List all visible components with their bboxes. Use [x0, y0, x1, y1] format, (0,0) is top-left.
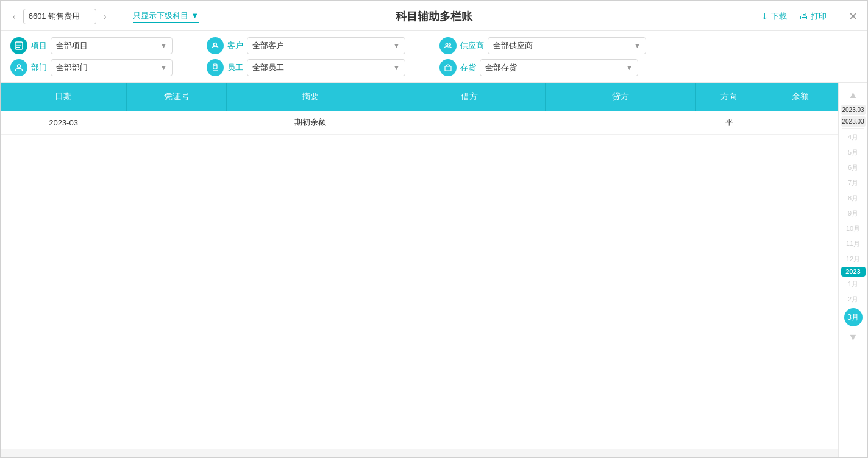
employee-value: 全部员工 — [252, 62, 284, 73]
inventory-value: 全部存货 — [485, 62, 517, 73]
col-header-balance: 余额 — [763, 83, 838, 111]
print-label: 打印 — [811, 11, 827, 22]
project-select[interactable]: 全部项目 ▼ — [51, 37, 173, 54]
title-bar-left: ‹ 6601 销售费用 › 只显示下级科目 ▼ — [10, 9, 199, 24]
supplier-label: 供应商 — [460, 40, 484, 51]
filter-item-supplier: 供应商 全部供应商 ▼ — [439, 37, 646, 54]
col-header-summary: 摘要 — [227, 83, 394, 111]
filter-item-department: 部门 全部部门 ▼ — [10, 59, 173, 76]
employee-select[interactable]: 全部员工 ▼ — [247, 59, 405, 76]
customer-icon — [207, 37, 224, 54]
supplier-arrow-icon: ▼ — [634, 42, 641, 49]
svg-point-5 — [446, 43, 448, 46]
sidebar-month-10[interactable]: 10月 — [841, 221, 866, 236]
svg-point-6 — [449, 44, 451, 46]
show-sub-button[interactable]: 只显示下级科目 ▼ — [133, 10, 199, 23]
download-button[interactable]: ⤓ 下载 — [761, 11, 787, 22]
sidebar-down-arrow[interactable]: ▼ — [845, 329, 862, 346]
employee-arrow-icon: ▼ — [393, 64, 400, 71]
filter-item-inventory: 存货 全部存货 ▼ — [439, 59, 638, 76]
svg-rect-8 — [213, 64, 217, 69]
customer-label: 客户 — [227, 40, 243, 51]
cell-debit — [394, 111, 545, 135]
sidebar-month-4[interactable]: 4月 — [841, 130, 866, 145]
cell-balance — [763, 111, 838, 135]
inventory-select[interactable]: 全部存货 ▼ — [480, 59, 638, 76]
download-label: 下载 — [771, 11, 787, 22]
customer-arrow-icon: ▼ — [393, 42, 400, 49]
close-button[interactable]: ✕ — [848, 10, 858, 23]
col-header-date: 日期 — [1, 83, 126, 111]
sidebar-month-7[interactable]: 7月 — [841, 175, 866, 191]
filter-row-2: 部门 全部部门 ▼ 员工 全部员工 ▼ — [10, 59, 858, 76]
supplier-select[interactable]: 全部供应商 ▼ — [488, 37, 646, 54]
sidebar-month-11[interactable]: 11月 — [841, 236, 866, 252]
department-label: 部门 — [31, 62, 47, 73]
project-arrow-icon: ▼ — [160, 42, 167, 49]
employee-icon — [207, 59, 224, 76]
right-sidebar: ▲ 2023.03 2023.03 4月 5月 6月 7月 8月 9月 10月 … — [838, 83, 867, 457]
col-header-direction: 方向 — [695, 83, 763, 111]
main-content: 日期 凭证号 摘要 借方 贷方 方向 余额 2023-03 期初余额 — [1, 83, 867, 457]
filter-item-customer: 客户 全部客户 ▼ — [207, 37, 405, 54]
employee-label: 员工 — [227, 62, 243, 73]
supplier-value: 全部供应商 — [493, 40, 533, 51]
filter-item-employee: 员工 全部员工 ▼ — [207, 59, 405, 76]
show-sub-arrow-icon: ▼ — [191, 11, 199, 20]
next-nav-button[interactable]: › — [101, 10, 109, 23]
cell-date: 2023-03 — [1, 111, 126, 135]
table-row[interactable]: 2023-03 期初余额 平 — [1, 111, 838, 135]
print-icon: 🖶 — [799, 11, 808, 21]
sidebar-month-8[interactable]: 8月 — [841, 191, 866, 206]
department-arrow-icon: ▼ — [160, 64, 167, 71]
account-code-box[interactable]: 6601 销售费用 — [23, 9, 96, 24]
department-select[interactable]: 全部部门 ▼ — [51, 59, 173, 76]
table-area[interactable]: 日期 凭证号 摘要 借方 贷方 方向 余额 2023-03 期初余额 — [1, 83, 838, 457]
filter-bar: 项目 全部项目 ▼ 客户 全部客户 ▼ — [1, 31, 867, 83]
horizontal-scrollbar[interactable] — [1, 449, 838, 457]
cell-summary: 期初余额 — [227, 111, 394, 135]
page-title: 科目辅助多栏账 — [396, 9, 472, 24]
prev-nav-button[interactable]: ‹ — [10, 10, 18, 23]
sidebar-month-3-active[interactable]: 3月 — [844, 308, 863, 326]
sidebar-month-2023-03-second[interactable]: 2023.03 — [841, 116, 866, 127]
department-value: 全部部门 — [56, 62, 88, 73]
sidebar-month-12[interactable]: 12月 — [841, 252, 866, 267]
cell-credit — [545, 111, 695, 135]
sidebar-year-badge: 2023 — [841, 267, 866, 277]
customer-value: 全部客户 — [252, 40, 284, 51]
sidebar-month-1[interactable]: 1月 — [841, 277, 866, 292]
sidebar-month-5[interactable]: 5月 — [841, 145, 866, 160]
sidebar-up-arrow[interactable]: ▲ — [845, 86, 862, 104]
print-button[interactable]: 🖶 打印 — [799, 11, 827, 22]
customer-select[interactable]: 全部客户 ▼ — [247, 37, 405, 54]
sidebar-month-9[interactable]: 9月 — [841, 206, 866, 221]
filter-item-project: 项目 全部项目 ▼ — [10, 37, 173, 54]
svg-point-7 — [18, 65, 21, 68]
col-header-debit: 借方 — [394, 83, 545, 111]
main-window: ‹ 6601 销售费用 › 只显示下级科目 ▼ 科目辅助多栏账 ⤓ 下载 🖶 打… — [0, 0, 868, 458]
supplier-icon — [439, 37, 457, 54]
project-icon — [10, 37, 27, 54]
inventory-icon — [439, 59, 457, 76]
cell-direction: 平 — [695, 111, 763, 135]
project-label: 项目 — [31, 40, 47, 51]
title-bar: ‹ 6601 销售费用 › 只显示下级科目 ▼ 科目辅助多栏账 ⤓ 下载 🖶 打… — [1, 1, 867, 31]
inventory-arrow-icon: ▼ — [626, 64, 633, 71]
sidebar-month-6[interactable]: 6月 — [841, 160, 866, 175]
col-header-voucher: 凭证号 — [126, 83, 227, 111]
download-icon: ⤓ — [761, 11, 769, 22]
inventory-label: 存货 — [460, 62, 476, 73]
sidebar-month-2023-03-top[interactable]: 2023.03 — [841, 105, 866, 115]
cell-voucher — [126, 111, 227, 135]
sidebar-month-2[interactable]: 2月 — [841, 292, 866, 307]
show-sub-label: 只显示下级科目 — [133, 10, 188, 21]
ledger-table: 日期 凭证号 摘要 借方 贷方 方向 余额 2023-03 期初余额 — [1, 83, 838, 135]
filter-row-1: 项目 全部项目 ▼ 客户 全部客户 ▼ — [10, 37, 858, 54]
col-header-credit: 贷方 — [545, 83, 695, 111]
department-icon — [10, 59, 27, 76]
title-bar-right: ⤓ 下载 🖶 打印 ✕ — [761, 10, 858, 23]
svg-point-4 — [214, 43, 217, 46]
project-value: 全部项目 — [56, 40, 88, 51]
